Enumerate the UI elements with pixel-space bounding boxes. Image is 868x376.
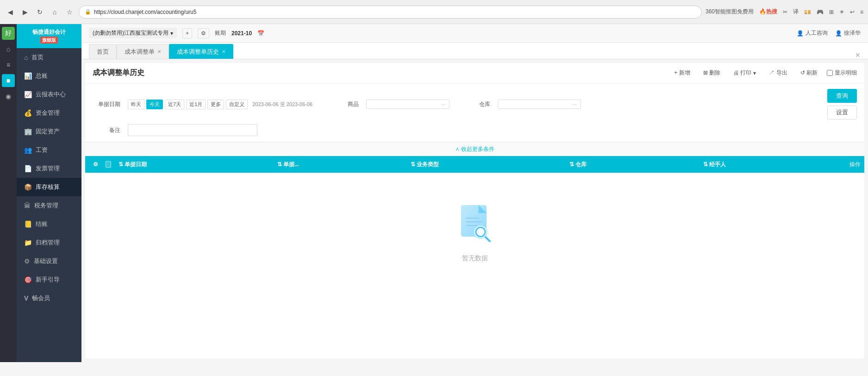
sidebar: 畅捷通好会计 旗舰版 ⌂ 首页 📊 总账 📈 云报表中心 💰 资金管理 🏢: [17, 24, 81, 362]
th-settings-icon: ⚙: [93, 161, 98, 168]
sidebar-label-member: 畅会员: [32, 294, 50, 302]
delete-button[interactable]: ⊠ 删除: [699, 67, 724, 79]
btn-1month[interactable]: 近1月: [186, 100, 206, 109]
warehouse-selector[interactable]: ···: [498, 100, 581, 109]
sidebar-item-inventory[interactable]: 📦 库存核算: [17, 178, 81, 196]
select-all-checkbox[interactable]: [106, 161, 111, 168]
icon-bar-active[interactable]: ■: [2, 74, 15, 87]
btn-today[interactable]: 今天: [146, 100, 163, 109]
icon-bar: 好 ⌂ ≡ ■ ◉: [0, 24, 17, 362]
consult-link[interactable]: 👤 人工咨询: [797, 29, 828, 37]
address-bar[interactable]: 🔒 https://cloud.chanjet.com/accounting/u…: [79, 6, 702, 19]
main-content: (勿删勿禁用)江西服宝测试专用 ▾ + ⚙ 账期 2021-10 📅 👤 人工咨…: [81, 24, 868, 362]
sidebar-item-invoice[interactable]: 📄 发票管理: [17, 159, 81, 178]
forward-button[interactable]: ▶: [19, 6, 31, 18]
period-label: 账期: [215, 29, 226, 37]
sidebar-item-reports[interactable]: 📈 云报表中心: [17, 85, 81, 104]
new-button[interactable]: + 新增: [670, 67, 693, 79]
btn-7days[interactable]: 近7天: [165, 100, 184, 109]
tab-cost-adjust-close[interactable]: ✕: [157, 49, 161, 54]
sidebar-label-closing: 结账: [36, 220, 48, 228]
invoice-icon: 📄: [24, 165, 32, 172]
icon-bar-home[interactable]: ⌂: [2, 43, 15, 56]
th-settings[interactable]: ⚙: [89, 161, 102, 168]
collapse-bar[interactable]: ∧ 收起更多条件: [85, 142, 864, 156]
browser-tools: 360智能抠图免费用 🔥热搜 ✂ 译 💴 🎮 ⊞ ☀ ↩ ≡: [706, 8, 863, 16]
warehouse-filter-label: 仓库: [462, 100, 490, 108]
collapse-label: ∧ 收起更多条件: [455, 146, 494, 152]
company-dropdown-icon: ▾: [170, 30, 173, 37]
tab-cost-adjust-label: 成本调整单: [125, 48, 155, 56]
close-all-icon[interactable]: ✕: [855, 51, 861, 59]
hot-search: 🔥热搜: [759, 8, 777, 16]
btn-more[interactable]: 更多: [207, 100, 224, 109]
filter-dates: 昨天 今天 近7天 近1月 更多 自定义 2023-06-06 至 2023-0…: [128, 100, 312, 109]
th-date[interactable]: ⇅ 单据日期: [115, 161, 274, 169]
payroll-icon: 👥: [24, 146, 32, 154]
ledger-icon: 📊: [24, 72, 32, 80]
sidebar-label-guide: 新手引导: [36, 276, 60, 284]
print-button[interactable]: 🖨 打印 ▾: [730, 67, 760, 79]
show-cols-toggle[interactable]: 显示明细: [827, 69, 857, 77]
sidebar-item-funds[interactable]: 💰 资金管理: [17, 104, 81, 122]
sidebar-item-home[interactable]: ⌂ 首页: [17, 48, 81, 67]
company-selector[interactable]: (勿删勿禁用)江西服宝测试专用 ▾: [89, 28, 177, 38]
star-button[interactable]: ☆: [64, 6, 75, 18]
goods-selector[interactable]: ···: [366, 100, 450, 109]
th-type[interactable]: ⇅ 业务类型: [407, 161, 566, 169]
sidebar-item-tax[interactable]: 🏛 税务管理: [17, 196, 81, 215]
export-button[interactable]: ↗ 导出: [765, 67, 791, 79]
btn-custom[interactable]: 自定义: [226, 100, 248, 109]
consult-label: 人工咨询: [806, 29, 828, 37]
show-cols-checkbox[interactable]: [827, 70, 833, 76]
date-quick-btns: 昨天 今天 近7天 近1月 更多 自定义: [128, 100, 248, 109]
sidebar-label-reports: 云报表中心: [36, 90, 66, 99]
back-button[interactable]: ◀: [5, 6, 16, 18]
tab-cost-adjust[interactable]: 成本调整单 ✕: [117, 44, 169, 59]
sidebar-item-settings[interactable]: ⚙ 基础设置: [17, 252, 81, 270]
th-operator-label: 经手人: [709, 161, 726, 169]
brightness-icon: ☀: [839, 9, 844, 15]
icon-bar-extra1[interactable]: ◉: [2, 90, 15, 103]
th-operator[interactable]: ⇅ 经手人: [699, 161, 833, 169]
calendar-icon[interactable]: 📅: [257, 30, 264, 37]
filter-row-remark: 备注: [93, 124, 857, 136]
browser-bar: ◀ ▶ ↻ ⌂ ☆ 🔒 https://cloud.chanjet.com/ac…: [0, 0, 868, 24]
th-check[interactable]: [102, 161, 115, 168]
sidebar-item-closing[interactable]: 📒 结账: [17, 215, 81, 233]
reports-icon: 📈: [24, 91, 32, 98]
sidebar-item-fixed-assets[interactable]: 🏢 固定资产: [17, 122, 81, 141]
refresh-button[interactable]: ↺ 刷新: [797, 67, 821, 79]
remark-input[interactable]: [128, 124, 257, 136]
tab-cost-adjust-history[interactable]: 成本调整单历史 ✕: [169, 44, 233, 59]
content-toolbar: 成本调整单历史 + 新增 ⊠ 删除 🖨 打印 ▾ ↗ 导出: [85, 63, 864, 83]
sidebar-item-member[interactable]: V 畅会员: [17, 289, 81, 307]
filter-row-date: 单据日期 昨天 今天 近7天 近1月 更多 自定义 2023-06-06 至 2…: [93, 89, 857, 119]
add-company-button[interactable]: +: [182, 28, 192, 38]
logo-edition: 旗舰版: [40, 37, 58, 44]
print-label: 🖨 打印: [733, 69, 751, 77]
closing-icon: 📒: [24, 220, 32, 228]
refresh-button[interactable]: ↻: [34, 6, 45, 18]
sidebar-item-general-ledger[interactable]: 📊 总账: [17, 67, 81, 85]
th-warehouse[interactable]: ⇅ 仓库: [566, 161, 699, 169]
sidebar-item-guide[interactable]: 🎯 新手引导: [17, 270, 81, 289]
sidebar-item-payroll[interactable]: 👥 工资: [17, 141, 81, 159]
user-info[interactable]: 👤 徐泽华: [835, 29, 861, 37]
goods-filter-label: 商品: [331, 100, 359, 108]
filter-settings-button[interactable]: 设置: [827, 106, 857, 119]
icon-bar-ledger[interactable]: ≡: [2, 58, 15, 71]
header-settings-button[interactable]: ⚙: [198, 28, 209, 38]
sidebar-label-invoice: 发票管理: [36, 164, 60, 173]
btn-yesterday[interactable]: 昨天: [128, 100, 144, 109]
fixed-assets-icon: 🏢: [24, 128, 32, 135]
query-button[interactable]: 查询: [827, 89, 857, 103]
home-button[interactable]: ⌂: [49, 6, 60, 18]
th-num[interactable]: ⇅ 单据...: [274, 161, 407, 169]
sidebar-item-archive[interactable]: 📁 归档管理: [17, 233, 81, 252]
tab-cost-adjust-history-label: 成本调整单历史: [177, 48, 219, 56]
archive-icon: 📁: [24, 239, 32, 246]
tab-cost-adjust-history-close[interactable]: ✕: [222, 49, 225, 54]
empty-text: 暂无数据: [462, 254, 488, 263]
tab-home[interactable]: 首页: [89, 44, 117, 59]
